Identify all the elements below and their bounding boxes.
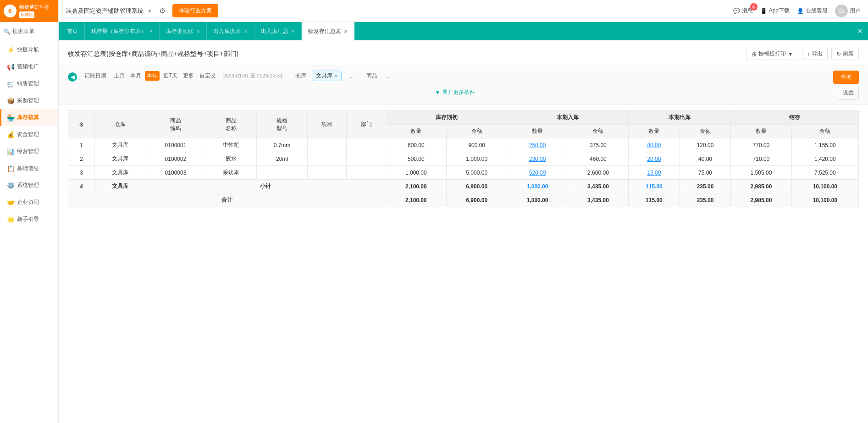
sidebar-item-inventory[interactable]: 🏪 库存核算 bbox=[0, 109, 58, 126]
total-start-qty: 2,100.00 bbox=[386, 193, 446, 207]
app-download-action[interactable]: 📱 App下载 bbox=[760, 7, 790, 15]
tab-receive-send[interactable]: 收发存汇总表 × bbox=[302, 22, 354, 40]
table-settings-header[interactable]: ⚙ bbox=[68, 111, 95, 138]
warehouse-dots[interactable]: ... bbox=[349, 73, 354, 79]
query-button[interactable]: 查询 bbox=[833, 71, 859, 84]
tab-flow[interactable]: 出入库流水 × bbox=[207, 22, 254, 40]
row-project bbox=[308, 152, 347, 166]
message-action[interactable]: 💬 6 消息 bbox=[733, 7, 753, 15]
goods-dots[interactable]: ... bbox=[385, 73, 389, 79]
row-out-qty[interactable]: 80.00 bbox=[629, 138, 680, 152]
warehouse-tag: 文具库 × bbox=[312, 71, 342, 81]
row-goods-name: 采访本 bbox=[206, 166, 256, 180]
user-action[interactable]: Ea 用户 bbox=[835, 5, 861, 17]
total-start-amt: 6,900.00 bbox=[447, 193, 507, 207]
sidebar-item-basic[interactable]: 📋 基础信息 bbox=[0, 160, 58, 177]
row-goods-code: 0100001 bbox=[145, 138, 206, 152]
row-in-qty[interactable]: 230.00 bbox=[507, 152, 568, 166]
total-bal-amt: 10,100.00 bbox=[791, 193, 858, 207]
sidebar-item-quicknav[interactable]: ⚡ 快捷导航 bbox=[0, 41, 58, 58]
date-shortcuts: 上月 本月 本年 近7天 更多 自定义 bbox=[112, 71, 218, 81]
tab-stock-dist[interactable]: 现存量（库存分布表） × bbox=[85, 22, 160, 40]
row-goods-name: 中性笔 bbox=[206, 138, 256, 152]
sidebar-item-guide[interactable]: 🌟 新手引导 bbox=[0, 211, 58, 228]
date-more[interactable]: 更多 bbox=[181, 71, 196, 81]
tab-bar: 首页 现存量（库存分布表） × 库存批次账 × 出入库流水 × 出入库汇总 × … bbox=[59, 22, 868, 40]
row-dept bbox=[347, 152, 386, 166]
col-start-qty-header: 数量 bbox=[386, 125, 446, 138]
content-area: 收发存汇总表(按仓库+商品编码+商品+规格型号+项目+部门) 🖨 按模板打印 ▼… bbox=[59, 40, 868, 423]
tab-flow-close[interactable]: × bbox=[243, 28, 247, 34]
row-warehouse: 文具库 bbox=[95, 166, 145, 180]
tab-summary-close[interactable]: × bbox=[291, 28, 295, 34]
sidebar-item-operations[interactable]: 📊 经营管理 bbox=[0, 143, 58, 160]
tab-bar-close-button[interactable]: × bbox=[854, 27, 866, 36]
system-title-text: 装备及固定资产辅助管理系统 bbox=[66, 7, 144, 15]
filter-row-date: 记账日期 上月 本月 本年 近7天 更多 自定义 2023-01-01 至 20… bbox=[84, 71, 826, 81]
expand-more-button[interactable]: ▼ 展开更多条件 bbox=[435, 88, 475, 96]
top-header: 装备及固定资产辅助管理系统 ▼ ⚙ 体验行业方案 💬 6 消息 📱 App下载 … bbox=[59, 0, 868, 22]
row-goods-spec: 0.7mm bbox=[256, 138, 308, 152]
tab-home-label: 首页 bbox=[67, 27, 78, 35]
total-label: 合计 bbox=[68, 193, 386, 207]
inventory-icon: 🏪 bbox=[7, 114, 14, 121]
row-out-qty[interactable]: 15.00 bbox=[629, 166, 680, 180]
settings-button[interactable]: ⚙ bbox=[156, 5, 169, 17]
warehouse-tag-close[interactable]: × bbox=[334, 73, 337, 79]
tab-stock-dist-close[interactable]: × bbox=[149, 28, 153, 34]
operations-icon: 📊 bbox=[7, 148, 14, 155]
sidebar-item-system[interactable]: ⚙️ 系统管理 bbox=[0, 177, 58, 194]
tab-receive-send-close[interactable]: × bbox=[344, 28, 348, 34]
row-in-qty[interactable]: 520.00 bbox=[507, 166, 568, 180]
trial-button[interactable]: 体验行业方案 bbox=[172, 4, 218, 17]
export-button[interactable]: ↑ 导出 bbox=[802, 48, 828, 60]
col-out-qty-header: 数量 bbox=[629, 125, 680, 138]
col-goods-code-header: 商品编码 bbox=[145, 111, 206, 138]
row-dept bbox=[347, 138, 386, 152]
row-out-qty[interactable]: 20.00 bbox=[629, 152, 680, 166]
marketing-icon: 📢 bbox=[7, 63, 14, 71]
row-start-amt: 900.00 bbox=[447, 138, 507, 152]
print-icon: 🖨 bbox=[751, 51, 757, 57]
subtotal-start-amt: 6,900.00 bbox=[447, 180, 507, 193]
print-button[interactable]: 🖨 按模板打印 ▼ bbox=[746, 48, 798, 60]
goods-label: 商品 bbox=[366, 72, 377, 80]
message-icon: 💬 bbox=[733, 8, 740, 14]
data-table: ⚙ 仓库 商品编码 商品名称 规格型号 项目 部门 库存期初 本期入库 本期出库… bbox=[68, 110, 859, 207]
date-this-year[interactable]: 本年 bbox=[145, 71, 160, 81]
sidebar-item-finance[interactable]: 💰 资金管理 bbox=[0, 126, 58, 143]
refresh-button[interactable]: ↻ 刷新 bbox=[831, 48, 859, 60]
sidebar-item-purchase[interactable]: 📦 采购管理 bbox=[0, 92, 58, 109]
sidebar-item-sales[interactable]: 🛒 销售管理 bbox=[0, 75, 58, 92]
col-bal-qty-header: 数量 bbox=[731, 125, 791, 138]
filter-settings-button[interactable]: 设置 bbox=[838, 86, 859, 100]
guide-icon: 🌟 bbox=[7, 216, 14, 223]
row-start-amt: 5,000.00 bbox=[447, 166, 507, 180]
tab-home[interactable]: 首页 bbox=[61, 22, 85, 40]
expand-icon: ▼ bbox=[435, 89, 441, 96]
sidebar-item-marketing[interactable]: 📢 营销推广 bbox=[0, 58, 58, 75]
row-in-qty[interactable]: 250.00 bbox=[507, 138, 568, 152]
filter-toggle-button[interactable]: ◀ bbox=[68, 72, 77, 82]
date-last-7days[interactable]: 近7天 bbox=[161, 71, 179, 81]
system-icon: ⚙️ bbox=[7, 182, 14, 189]
row-goods-spec bbox=[256, 166, 308, 180]
row-start-amt: 1,000.00 bbox=[447, 152, 507, 166]
tab-batch[interactable]: 库存批次账 × bbox=[160, 22, 207, 40]
main-area: 装备及固定资产辅助管理系统 ▼ ⚙ 体验行业方案 💬 6 消息 📱 App下载 … bbox=[59, 0, 868, 423]
subtotal-in-qty: 1,000.00 bbox=[507, 180, 568, 193]
date-this-month[interactable]: 本月 bbox=[128, 71, 143, 81]
logo-icon: 6 bbox=[4, 5, 17, 17]
tab-batch-close[interactable]: × bbox=[196, 28, 200, 34]
system-title-dropdown-icon: ▼ bbox=[147, 8, 152, 14]
row-no: 1 bbox=[68, 138, 95, 152]
date-custom[interactable]: 自定义 bbox=[198, 71, 218, 81]
date-last-month[interactable]: 上月 bbox=[112, 71, 127, 81]
sidebar-item-collab[interactable]: 🤝 企业协同 bbox=[0, 194, 58, 211]
sidebar: 6 畅捷通好生意 标准版 🔍 搜索菜单 ⚡ 快捷导航 📢 营销推广 🛒 销售管理… bbox=[0, 0, 59, 423]
col-period-start-header: 库存期初 bbox=[386, 111, 507, 125]
online-service-action[interactable]: 👤 在线客服 bbox=[797, 7, 828, 15]
tab-summary[interactable]: 出入库汇总 × bbox=[254, 22, 302, 40]
search-menu-button[interactable]: 🔍 搜索菜单 bbox=[4, 26, 55, 37]
avatar: Ea bbox=[835, 5, 848, 17]
